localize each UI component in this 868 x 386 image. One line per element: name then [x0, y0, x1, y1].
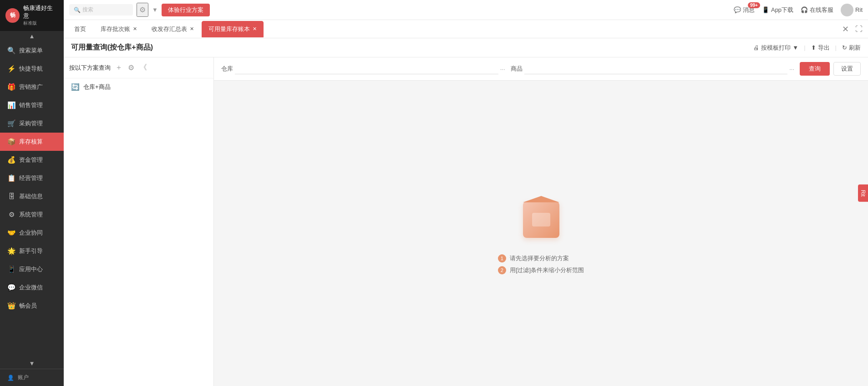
- cart-icon: 🛒: [7, 119, 15, 128]
- phone-icon: 📱: [7, 265, 15, 273]
- right-panel: 仓库 ··· 商品 ··· 查询 设置: [214, 57, 868, 386]
- sidebar-item-corp[interactable]: 🤝 企业协同: [0, 224, 64, 242]
- warehouse-filter-more-btn[interactable]: ···: [500, 66, 505, 72]
- left-panel: 按以下方案查询 ＋ ⚙ 《 🔄 仓库+商品: [64, 57, 214, 386]
- tab-batch-label: 库存批次账: [101, 25, 130, 33]
- sidebar-item-member[interactable]: 👑 畅会员: [0, 297, 64, 315]
- sidebar-item-sales[interactable]: 📊 销售管理: [0, 96, 64, 114]
- user-icon: 👤: [7, 375, 14, 381]
- trial-btn[interactable]: 体验行业方案: [162, 4, 210, 16]
- sidebar-scroll-down[interactable]: ▼: [0, 358, 64, 369]
- sidebar-item-label: 营销推广: [19, 83, 43, 91]
- page-header: 可用量查询(按仓库+商品) 🖨 按模板打印 ▼ | ⬆ 导出 | ↻ 刷新: [64, 38, 868, 57]
- query-btn[interactable]: 查询: [800, 62, 830, 76]
- content-area: 按以下方案查询 ＋ ⚙ 《 🔄 仓库+商品 仓库 ··· 商品: [64, 57, 868, 386]
- topbar-search-area[interactable]: 🔍 搜索: [69, 4, 133, 15]
- tab-collect-label: 收发存汇总表: [152, 25, 187, 33]
- sidebar-item-wechat[interactable]: 💬 企业微信: [0, 278, 64, 297]
- sidebar-footer[interactable]: 👤 账户: [0, 369, 64, 386]
- sidebar-logo: 畅: [5, 8, 20, 23]
- sidebar-item-marketing[interactable]: 🎁 营销推广: [0, 78, 64, 96]
- sidebar-item-newbie[interactable]: 🌟 新手引导: [0, 242, 64, 260]
- search-placeholder-text: 搜索: [82, 6, 93, 14]
- filter-actions: 查询 设置: [800, 62, 861, 76]
- logo-text: 畅: [10, 11, 15, 19]
- empty-illustration: [514, 192, 569, 247]
- message-btn[interactable]: 💬 消息 99+: [734, 6, 755, 14]
- sidebar-item-system[interactable]: ⚙ 系统管理: [0, 206, 64, 224]
- sidebar-scroll-up[interactable]: ▲: [0, 31, 64, 41]
- avatar: [841, 4, 853, 16]
- collapse-panel-btn[interactable]: 《: [139, 62, 148, 73]
- tab-collect-account[interactable]: 收发存汇总表 ✕: [145, 21, 201, 37]
- sidebar-item-label: 库存核算: [19, 138, 43, 146]
- sidebar-item-inventory[interactable]: 📦 库存核算: [0, 133, 64, 151]
- scheme-icon: 🔄: [71, 83, 80, 91]
- sidebar-item-label: 经营管理: [19, 174, 43, 182]
- topbar: 🔍 搜索 ⚙ ▼ 体验行业方案 💬 消息 99+ 📱 App下载 🎧 在线客服 …: [64, 0, 868, 20]
- goods-filter-input[interactable]: [524, 63, 788, 74]
- sidebar-item-label: 应用中心: [19, 265, 43, 273]
- sidebar-item-label: 新手引导: [19, 247, 43, 255]
- tab-batch-close[interactable]: ✕: [133, 26, 137, 32]
- export-btn[interactable]: ⬆ 导出: [811, 44, 830, 52]
- lightning-icon: ⚡: [7, 65, 15, 73]
- settings-scheme-btn[interactable]: ⚙: [127, 62, 135, 73]
- money-icon: 💰: [7, 156, 15, 164]
- sidebar: 畅 畅康通好生意 标准版 ▲ 🔍 搜索菜单 ⚡ 快捷导航 🎁 营销推广 📊 销售…: [0, 0, 64, 386]
- tabbar-expand-btn[interactable]: ⛶: [853, 23, 864, 35]
- crown-icon: 👑: [7, 302, 15, 310]
- filter-settings-btn[interactable]: 设置: [833, 62, 861, 76]
- tab-collect-close[interactable]: ✕: [190, 26, 194, 32]
- sidebar-item-label: 基础信息: [19, 192, 43, 201]
- goods-filter-more-btn[interactable]: ···: [789, 66, 794, 72]
- empty-state: 1 请先选择要分析的方案 2 用[过滤]条件来缩小分析范围: [214, 81, 868, 386]
- tab-available-close[interactable]: ✕: [253, 26, 257, 32]
- goods-filter-field: 商品 ···: [511, 63, 795, 74]
- empty-hint-1-text: 请先选择要分析的方案: [510, 254, 569, 262]
- message-icon: 💬: [734, 6, 741, 13]
- tabbar-close-all-btn[interactable]: ✕: [838, 22, 853, 36]
- user-avatar-btn[interactable]: Rit: [841, 4, 863, 16]
- username-label: Rit: [855, 6, 863, 13]
- print-btn[interactable]: 🖨 按模板打印 ▼: [753, 44, 798, 52]
- add-scheme-btn[interactable]: ＋: [114, 62, 123, 73]
- tab-home-label: 首页: [74, 25, 86, 33]
- sidebar-item-label: 快捷导航: [19, 65, 43, 73]
- gear-icon: ⚙: [7, 211, 15, 219]
- sidebar-item-appstore[interactable]: 📱 应用中心: [0, 260, 64, 278]
- refresh-btn[interactable]: ↻ 刷新: [842, 44, 861, 52]
- sep1: |: [804, 44, 805, 51]
- empty-box: [523, 201, 559, 238]
- empty-hints: 1 请先选择要分析的方案 2 用[过滤]条件来缩小分析范围: [498, 254, 584, 274]
- warehouse-filter-input[interactable]: [235, 63, 498, 74]
- empty-box-face: [532, 213, 550, 226]
- tab-batch-account[interactable]: 库存批次账 ✕: [94, 21, 144, 37]
- chat-icon: 💬: [7, 283, 15, 292]
- gift-icon: 🎁: [7, 83, 15, 91]
- customer-service-btn[interactable]: 🎧 在线客服: [801, 6, 833, 14]
- refresh-icon: ↻: [842, 44, 847, 51]
- sidebar-username: 账户: [18, 374, 29, 381]
- sidebar-item-finance[interactable]: 💰 资金管理: [0, 151, 64, 169]
- print-label: 按模板打印: [761, 44, 791, 52]
- tab-available-ledger[interactable]: 可用量库存账本 ✕: [202, 21, 264, 37]
- sidebar-item-purchase[interactable]: 🛒 采购管理: [0, 114, 64, 133]
- sidebar-nav: 🔍 搜索菜单 ⚡ 快捷导航 🎁 营销推广 📊 销售管理 🛒 采购管理 📦 库存核…: [0, 41, 64, 358]
- app-download-btn[interactable]: 📱 App下载: [762, 6, 793, 14]
- database-icon: 🗄: [7, 192, 15, 200]
- right-edge-tab[interactable]: Rit: [858, 184, 868, 202]
- phone-icon: 📱: [762, 6, 769, 13]
- export-icon: ⬆: [811, 44, 816, 51]
- page-title: 可用量查询(按仓库+商品): [71, 43, 153, 52]
- sidebar-item-business[interactable]: 📋 经营管理: [0, 169, 64, 187]
- sidebar-item-label: 资金管理: [19, 156, 43, 164]
- empty-hint-1: 1 请先选择要分析的方案: [498, 254, 584, 262]
- sidebar-item-search[interactable]: 🔍 搜索菜单: [0, 41, 64, 60]
- settings-gear-btn[interactable]: ⚙: [137, 3, 148, 17]
- sidebar-item-base[interactable]: 🗄 基础信息: [0, 187, 64, 206]
- sidebar-item-shortcut[interactable]: ⚡ 快捷导航: [0, 60, 64, 78]
- filter-bar: 仓库 ··· 商品 ··· 查询 设置: [214, 57, 868, 81]
- tab-home[interactable]: 首页: [67, 21, 93, 37]
- scheme-item-warehouse-goods[interactable]: 🔄 仓库+商品: [64, 78, 213, 96]
